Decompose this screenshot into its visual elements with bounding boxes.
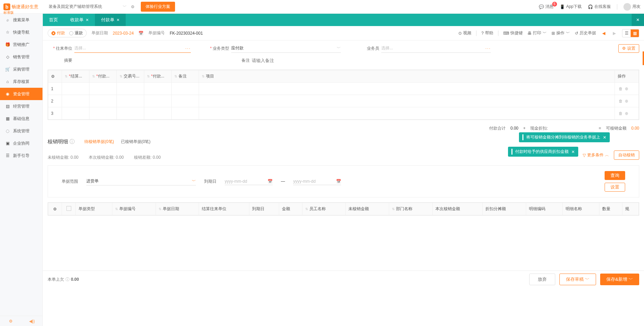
query-button[interactable]: 查询 [605,171,625,180]
partner-select[interactable]: 选择... ··· [74,44,191,53]
discard-button[interactable]: 放弃 [529,274,555,285]
operate-link[interactable]: ⊞操作 ﹀ [552,30,570,36]
view-card-icon[interactable]: ▦ [631,29,639,37]
radio-refund[interactable]: 退款 [69,30,83,36]
column-header[interactable]: ⇅部门名称 [389,203,432,215]
remark-input[interactable] [252,58,368,63]
sidebar-item[interactable]: ◌系统管理 [0,125,42,137]
biztype-select[interactable]: 应付款 ﹀ [231,44,341,53]
shortcut-link[interactable]: ⌨快捷键 [503,30,523,36]
sidebar-item[interactable]: ◉资金管理 [0,88,42,100]
column-header[interactable]: ⇅备注 [172,70,199,83]
table-cell[interactable] [117,95,144,107]
delete-icon[interactable]: 🗑 [619,86,623,91]
help-link[interactable]: ?帮助 [481,30,493,36]
delete-icon[interactable]: 🗑 [619,99,623,104]
sidebar-item[interactable]: ▣企业协同 [0,137,42,149]
info-icon[interactable]: ⓘ [65,277,70,282]
more-conditions-link[interactable]: ▽ 更多条件 ︿ [583,152,609,158]
table-cell[interactable] [117,83,144,95]
summary-input[interactable] [74,59,191,62]
table-cell[interactable] [172,83,199,95]
copy-icon[interactable]: ⊕ [625,99,628,104]
table-cell[interactable] [117,107,144,120]
doc-date-value[interactable]: 2023-03-24 [113,31,134,36]
sidebar-item[interactable]: ⌂库存核算 [0,75,42,88]
delete-icon[interactable]: 🗑 [619,111,623,116]
gear-icon[interactable]: ⚙ [51,74,55,79]
date-from-input[interactable]: yyyy-mm-dd 📅 [225,178,273,185]
print-link[interactable]: 🖶打印 ﹀ [528,30,547,36]
close-all-tabs-icon[interactable]: ✕ [632,14,644,26]
close-icon[interactable]: ✕ [571,149,575,154]
sidebar-item[interactable]: 🎁营销推广 [0,38,42,51]
table-cell[interactable] [89,107,117,120]
app-download-link[interactable]: 📱 App下载 [560,4,582,10]
tab[interactable]: 收款单✕ [64,14,95,26]
copy-icon[interactable]: ⊕ [625,111,628,116]
table-cell[interactable] [62,83,89,95]
save-new-button[interactable]: 保存&新增 ﹀ [600,274,639,285]
column-header[interactable]: ⇅*付款... [144,70,172,83]
doc-range-select[interactable]: 进货单 ﹀ [86,177,196,185]
system-selector[interactable]: 装备及固定资产辅助管理系统 ﹀ [49,4,127,10]
column-header[interactable]: ⇅*结算... [62,70,89,83]
info-icon[interactable]: ⓘ [70,138,75,145]
column-header[interactable]: ⇅交易号... [117,70,144,83]
close-icon[interactable]: ✕ [603,135,606,140]
save-draft-button[interactable]: 保存草稿 ﹀ [559,274,596,285]
sidebar-item[interactable]: ▤经营管理 [0,100,42,112]
sidebar-item[interactable]: ◇销售管理 [0,51,42,63]
checkbox-all[interactable] [66,206,71,211]
customer-service-link[interactable]: 🎧 在线客服 [588,4,611,10]
gear-icon[interactable]: ⚙ [53,207,57,212]
gear-icon[interactable]: ⚙ [131,4,135,9]
view-list-icon[interactable]: ☰ [622,29,631,37]
user-menu[interactable]: 用友 [623,3,641,11]
close-icon[interactable]: ✕ [116,18,120,22]
settings-button[interactable]: ⚙ 设置 [618,44,639,53]
messages-link[interactable]: 💬 消息 6 [539,4,554,10]
copy-icon[interactable]: ⊕ [625,86,628,91]
tab[interactable]: 付款单✕ [95,14,126,26]
discount-input[interactable] [553,125,594,132]
video-link[interactable]: ⊙视频 [458,30,471,36]
tab-verified[interactable]: 已核销单据(0笔) [121,139,151,145]
table-cell[interactable] [89,95,117,107]
column-header[interactable]: ⇅单据日期 [156,203,199,215]
table-cell[interactable] [172,107,199,120]
next-doc-icon[interactable]: ▶ [611,31,617,36]
staff-select[interactable]: 选择... ··· [381,44,491,53]
table-cell[interactable] [172,95,199,107]
sidebar-item[interactable]: ⌕搜索菜单 [0,14,42,26]
tab-pending-verify[interactable]: 待核销单据(0笔) [84,139,114,145]
table-cell[interactable] [199,83,615,95]
sidebar-item[interactable]: ☆快捷导航 [0,26,42,38]
date-to-input[interactable]: yyyy-mm-dd 📅 [293,178,341,185]
history-link[interactable]: ↺历史单据 [575,30,596,36]
table-cell[interactable] [144,107,172,120]
auto-verify-button[interactable]: 自动核销 [614,150,639,160]
table-cell[interactable] [144,95,172,107]
table-cell[interactable] [89,83,117,95]
close-icon[interactable]: ✕ [86,18,89,22]
sidebar-settings-icon[interactable]: ⚙ [0,316,21,326]
experience-button[interactable]: 体验行业方案 [141,2,175,12]
filter-settings-button[interactable]: 设置 [605,183,625,192]
column-header[interactable]: ⇅员工名称 [302,203,346,215]
prev-doc-icon[interactable]: ◀ [601,31,607,36]
column-header[interactable]: ⇅*付款... [89,70,117,83]
table-cell[interactable] [199,107,615,120]
table-cell[interactable] [62,95,89,107]
column-header[interactable]: ⇅项目 [199,70,615,83]
sidebar-item[interactable]: ▦基础信息 [0,112,42,125]
tab[interactable]: 首页 [43,14,64,26]
column-header[interactable]: ⇅单据编号 [112,203,156,215]
sidebar-collapse-icon[interactable]: ◀)) [21,316,42,326]
table-cell[interactable] [144,83,172,95]
table-cell[interactable] [62,107,89,120]
sidebar-item[interactable]: ☰新手引导 [0,149,42,162]
sidebar-item[interactable]: 🛒采购管理 [0,63,42,75]
calendar-icon[interactable]: 📅 [138,31,144,36]
table-cell[interactable] [199,95,615,107]
